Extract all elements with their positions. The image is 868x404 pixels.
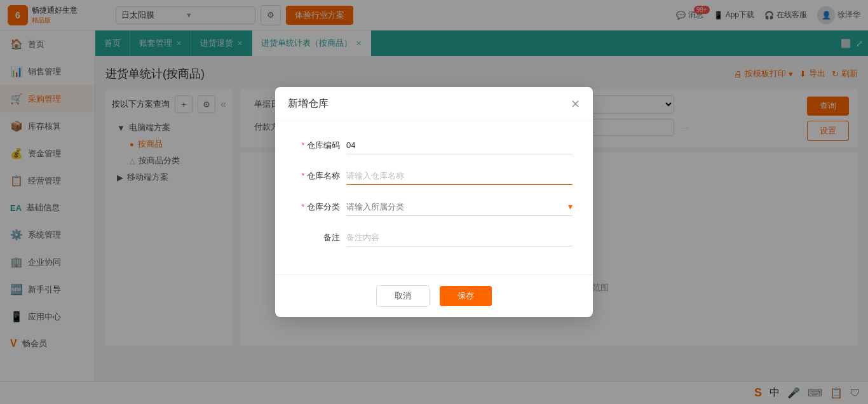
category-select[interactable]: ▾ xyxy=(346,198,573,216)
code-label: 仓库编码 xyxy=(295,140,346,151)
category-input[interactable] xyxy=(346,202,568,212)
category-label: 仓库分类 xyxy=(295,201,346,213)
code-input[interactable] xyxy=(346,137,573,154)
modal-title: 新增仓库 xyxy=(288,97,329,111)
remark-input[interactable] xyxy=(346,229,573,246)
name-input[interactable] xyxy=(346,167,573,185)
save-button[interactable]: 保存 xyxy=(440,286,492,306)
name-label: 仓库名称 xyxy=(295,170,346,182)
category-arrow-icon: ▾ xyxy=(568,201,573,212)
add-warehouse-modal: 新增仓库 ✕ 仓库编码 仓库名称 仓库分类 ▾ xyxy=(275,87,593,317)
form-row-category: 仓库分类 ▾ xyxy=(295,198,573,216)
modal-overlay[interactable]: 新增仓库 ✕ 仓库编码 仓库名称 仓库分类 ▾ xyxy=(0,0,868,404)
modal-footer: 取消 保存 xyxy=(275,274,593,317)
modal-body: 仓库编码 仓库名称 仓库分类 ▾ 备注 xyxy=(275,121,593,274)
cancel-button[interactable]: 取消 xyxy=(376,285,430,307)
modal-header: 新增仓库 ✕ xyxy=(275,87,593,121)
remark-label: 备注 xyxy=(295,232,346,243)
form-row-remark: 备注 xyxy=(295,229,573,246)
form-row-name: 仓库名称 xyxy=(295,167,573,185)
modal-close-btn[interactable]: ✕ xyxy=(571,98,580,110)
form-row-code: 仓库编码 xyxy=(295,137,573,154)
